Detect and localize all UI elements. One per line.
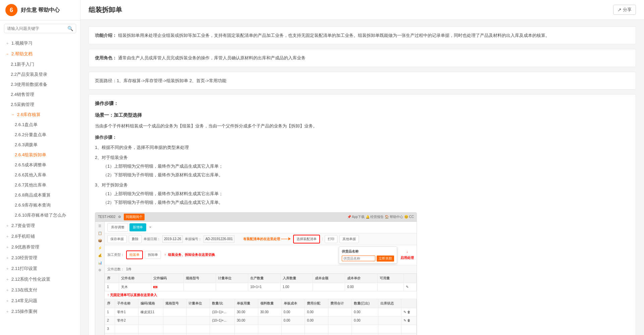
plus-icon: ＋	[5, 266, 9, 272]
upper-th-name: 父件名称	[119, 274, 151, 283]
upper-td-inbound: 1.00	[280, 283, 313, 291]
annotation-bom: 有装配清单的在这里处理 ——▶	[243, 236, 291, 242]
share-button[interactable]: ↗ 分享	[613, 5, 636, 15]
sim-btn-save[interactable]: 保存单据	[107, 235, 127, 243]
sidebar-item-label: 2.帮助文档	[11, 51, 33, 57]
sim-sub-count-value: 1件	[126, 266, 131, 272]
sim-tab-inventory[interactable]: 库存调整	[107, 223, 128, 232]
sidebar-item-ops[interactable]: ＋ 2.10经营管理	[0, 253, 80, 263]
sim-label-date: 单据日期：	[144, 236, 160, 242]
lower-row2-edit[interactable]: ✎ 🗑	[404, 319, 411, 322]
sidebar-item-purchase[interactable]: 2.5采购管理	[0, 100, 80, 110]
search-icon[interactable]: 🔍	[67, 26, 73, 31]
minus-icon-inventory: －	[11, 112, 15, 118]
sidebar-item-label: 2.9优惠券管理	[11, 244, 39, 250]
modal-confirm-btn[interactable]: 立即关联	[377, 256, 394, 262]
upper-table-row: 1 关木 10+1=1 1.00	[105, 283, 417, 291]
sidebar-item-label: 2.4销售管理	[11, 92, 34, 98]
sidebar-item-outbound[interactable]: 2.6.7其他出库单	[0, 180, 80, 190]
scene1-title: 场景一：加工类型选择	[95, 111, 630, 119]
sidebar-item-mobile[interactable]: ＋ 2.8手机旺铺	[0, 231, 80, 242]
sidebar-item-docs[interactable]: － 2.帮助文档	[0, 49, 80, 59]
sidebar-item-cost[interactable]: 2.6.5成本调整单	[0, 160, 80, 170]
sidebar-item-onlinepay[interactable]: ＋ 2.13在线支付	[0, 285, 80, 295]
ops-title: 操作步骤：	[95, 99, 630, 108]
plus-icon: ＋	[5, 223, 9, 229]
sidebar-item-label: 2.8手机旺铺	[11, 233, 35, 239]
sim-btn-print[interactable]: 打印	[325, 235, 337, 243]
minus-icon: －	[5, 51, 9, 57]
sim-nav-icon1: ☰	[98, 223, 101, 229]
sidebar-item-stocktake[interactable]: 2.6.1盘点单	[0, 120, 80, 130]
sidebar-item-data[interactable]: 2.3使用前数据准备	[0, 79, 80, 90]
sim-nav-icon2: 📋	[98, 230, 102, 236]
sidebar-item-stocktake2[interactable]: 2.6.2分量盘点单	[0, 130, 80, 140]
ops-block: 操作步骤： 场景一：加工类型选择 当由多个子件材料组装成一个成品的业务为【组装】…	[89, 94, 636, 335]
upper-td-seq: 1	[105, 283, 119, 291]
sidebar-item-print[interactable]: ＋ 2.11打印设置	[0, 263, 80, 274]
lower-th-ops	[401, 299, 417, 308]
sim-label-order: 单据编号：	[185, 236, 202, 242]
sidebar-item-finance[interactable]: ＋ 2.7资金管理	[0, 220, 80, 231]
upper-th-cost: 成本金额	[313, 274, 345, 283]
upper-th-spec: 规格型号	[183, 274, 216, 283]
function-intro-label: 功能介绍：	[95, 33, 117, 38]
upper-td-code	[151, 283, 183, 291]
sim-btn-more[interactable]: 其他单据	[339, 235, 359, 243]
sidebar-item-cases[interactable]: ＋ 2.15操作案例	[0, 306, 80, 317]
upper-code-highlight	[153, 286, 157, 288]
sidebar-item-inventory[interactable]: － 2.6库存核算	[0, 110, 80, 120]
sidebar-item-label: 2.7资金管理	[11, 223, 35, 229]
plus-icon: ＋	[5, 255, 9, 261]
sidebar-item-coupon[interactable]: ＋ 2.9优惠券管理	[0, 242, 80, 253]
annotation-lower-table: ↑ 无固定清单可以直接在这里录入	[105, 291, 417, 299]
search-box[interactable]: 🔍	[4, 24, 76, 33]
steps-title: 操作步骤：	[95, 133, 630, 142]
sim-top-bar: TEST-H002	[98, 214, 115, 220]
sidebar-item-sysconfig[interactable]: ＋ 2.12系统个性化设置	[0, 274, 80, 285]
step1: 1、根据不同的业务，选择不同单据的类型来处理	[95, 143, 630, 152]
sidebar-item-faq[interactable]: ＋ 2.14常见问题	[0, 295, 80, 306]
sidebar-item-video[interactable]: ＋ 1.视频学习	[0, 38, 80, 49]
sim-close-icon[interactable]: ✕	[149, 224, 152, 230]
sidebar-item-stockcheck[interactable]: 2.6.9库存账本查询	[0, 200, 80, 210]
sidebar-item-label: 2.3使用前数据准备	[11, 81, 47, 88]
step2-1: （1）上部明细为父件明细，最终作为产成品生成其它入库单；	[95, 162, 630, 171]
search-input[interactable]	[7, 26, 67, 31]
sidebar-item-stockerror[interactable]: 2.6.10库存账本错了怎么办	[0, 210, 80, 220]
sim-nav-icon4: ⚡	[98, 245, 102, 251]
sim-type-assemble[interactable]: 组装单	[126, 250, 143, 259]
step3: 3、对于拆卸业务	[95, 181, 630, 189]
upper-td-cost	[313, 283, 345, 291]
sidebar-item-inbound[interactable]: 2.6.6其他入库单	[0, 170, 80, 180]
lower-row1-edit[interactable]: ✎ 🗑	[404, 310, 411, 314]
sidebar-item-adjust[interactable]: 2.6.3调拨单	[0, 140, 80, 150]
sidebar-item-label: 2.6.4组装拆卸单	[15, 152, 46, 158]
sidebar-item-label: 2.2产品安装及登录	[11, 71, 47, 77]
upper-th-produce: 生产数量	[248, 274, 280, 283]
sim-lower-table-wrapper: 序 子件名称 编码/规格 规格型号 计量单位 数量/比 单板用量 领料数量 单板	[105, 299, 417, 335]
sidebar-item-assembly[interactable]: 2.6.4组装拆卸单	[0, 150, 80, 160]
lower-th-total: 费用合计	[328, 299, 352, 308]
sidebar-item-goodscost[interactable]: 2.6.8商品成本重算	[0, 190, 80, 200]
sim-upper-table-wrapper: 序 父件名称 父件编码 规格型号 计量单位 生产数量 入库数量 成本金额 成本单	[105, 274, 417, 291]
sidebar-item-sales[interactable]: 2.4销售管理	[0, 90, 80, 100]
step3-1: （1）上部明细为父件明细，最终作为原材料生成其它出库单；	[95, 189, 630, 198]
function-intro-block: 功能介绍： 组装拆卸单用来处理企业组装或拆卸等加工业务，支持有固定装配清单的产品…	[89, 26, 636, 44]
sim-btn-delete[interactable]: 删除	[129, 235, 142, 243]
sim-order-value: AD-20191226-001	[204, 235, 234, 243]
sidebar-item-install[interactable]: 2.2产品安装及登录	[0, 69, 80, 79]
sidebar-item-label: 2.11打印设置	[11, 266, 37, 272]
plus-icon: ＋	[5, 277, 9, 282]
upper-td-produce: 10+1=1	[248, 283, 280, 291]
sidebar-item-label: 1.视频学习	[11, 40, 33, 46]
upper-row-edit-icon[interactable]: ✎	[406, 285, 409, 289]
upper-th-seq: 序	[105, 274, 119, 283]
upper-td-unit	[216, 283, 248, 291]
sim-btn-choose-bom[interactable]: 选择装配清单	[293, 235, 320, 243]
sidebar-item-beginner[interactable]: 2.1新手入门	[0, 59, 80, 69]
modal-input[interactable]	[342, 256, 375, 261]
plus-icon: ＋	[5, 309, 9, 315]
sim-tab-neworder[interactable]: 新增单	[129, 223, 146, 231]
sim-type-disassemble[interactable]: 拆卸单	[145, 251, 161, 259]
